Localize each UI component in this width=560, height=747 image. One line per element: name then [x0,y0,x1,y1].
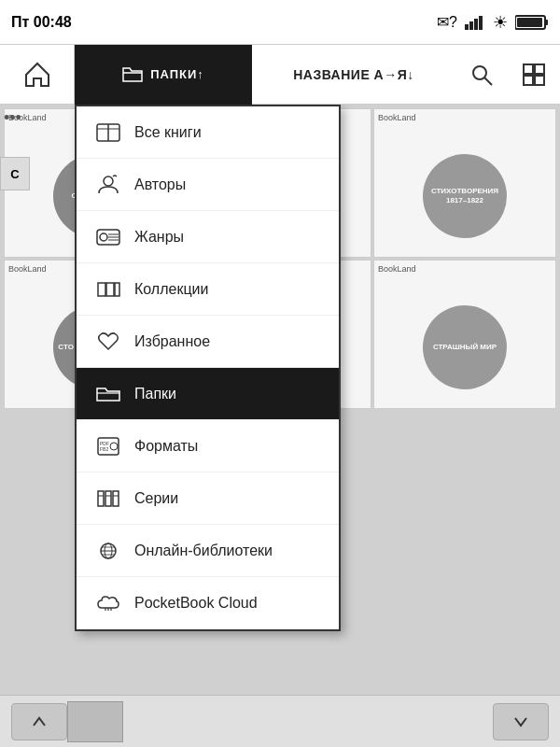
prev-button[interactable] [11,703,67,740]
bottom-bar [0,695,560,747]
menu-item-online-libraries[interactable]: Онлайн-библиотеки [77,525,339,577]
brightness-icon: ☀ [493,12,508,33]
menu-item-folders[interactable]: Папки [77,368,339,420]
more-options-button[interactable]: ••• [4,108,21,128]
search-icon [469,63,494,87]
books-icon [95,122,121,143]
signal-icon [465,15,485,30]
genres-icon [95,227,121,247]
menu-item-formats[interactable]: PDF FB2 Форматы [77,420,339,472]
menu-item-favorites-label: Избранное [134,333,210,350]
home-icon [22,60,52,90]
series-icon [95,488,121,509]
folder-open-icon [122,64,143,85]
svg-rect-3 [479,16,483,30]
menu-item-folders-label: Папки [134,386,176,402]
formats-icon: PDF FB2 [95,436,121,457]
menu-item-authors[interactable]: Авторы [77,159,339,211]
svg-point-26 [110,443,118,450]
svg-rect-27 [98,491,104,506]
home-button[interactable] [0,45,75,105]
menu-item-pocketbook-cloud-label: PocketBook Cloud [134,595,258,612]
menu-item-collections-label: Коллекции [134,281,208,298]
sort-label: НАЗВАНИЕ А→Я↓ [293,67,414,82]
menu-item-series[interactable]: Серии [77,472,339,525]
cloud-icon [95,593,121,613]
toolbar: ПАПКИ↑ НАЗВАНИЕ А→Я↓ [0,45,560,105]
svg-rect-1 [469,21,473,30]
author-icon [95,175,121,195]
svg-rect-29 [113,491,119,506]
globe-icon [95,541,121,561]
menu-item-formats-label: Форматы [134,438,198,455]
collections-icon [95,279,121,300]
menu-item-favorites[interactable]: Избранное [77,316,339,368]
menu-item-authors-label: Авторы [134,176,186,193]
svg-rect-22 [115,283,119,296]
status-icons: ✉? ☀ [437,12,549,33]
folders-label: ПАПКИ↑ [150,67,204,81]
folders-button[interactable]: ПАПКИ↑ [75,45,252,105]
svg-rect-10 [535,64,544,74]
svg-rect-6 [517,18,542,27]
chevron-up-icon [30,712,49,731]
grid-view-button[interactable] [508,45,560,105]
svg-rect-0 [465,24,469,30]
heart-icon [95,331,121,352]
menu-item-all-books-label: Все книги [134,124,202,141]
menu-item-collections[interactable]: Коллекции [77,263,339,316]
sort-button[interactable]: НАЗВАНИЕ А→Я↓ [252,67,455,82]
chevron-down-icon [511,712,530,731]
grid-icon [522,63,546,87]
svg-rect-11 [524,76,533,85]
menu-item-genres[interactable]: Жанры [77,211,339,263]
svg-point-17 [104,176,113,186]
svg-rect-20 [98,283,105,296]
menu-item-all-books[interactable]: Все книги [77,106,339,159]
svg-rect-2 [474,19,478,30]
folder-icon [95,384,121,404]
battery-icon [515,14,549,31]
menu-item-series-label: Серии [134,490,178,507]
svg-line-8 [484,78,492,85]
svg-rect-28 [105,491,111,506]
book-card[interactable]: BookLand СТРАШНЫЙ МИР [373,260,556,409]
book-thumbnail [67,701,123,742]
svg-text:FB2: FB2 [100,446,108,452]
svg-rect-5 [545,20,548,25]
next-button[interactable] [493,703,549,740]
search-button[interactable] [455,45,508,105]
svg-rect-12 [535,76,544,85]
menu-item-genres-label: Жанры [134,229,184,246]
svg-rect-9 [524,64,533,74]
status-time: Пт 00:48 [11,14,72,31]
svg-point-19 [100,233,107,241]
svg-point-7 [473,66,486,79]
status-bar: Пт 00:48 ✉? ☀ [0,0,560,45]
menu-item-online-libraries-label: Онлайн-библиотеки [134,543,273,559]
book-card[interactable]: BookLand СТИХОТВОРЕНИЯ 1817–1822 [373,108,556,258]
dropdown-menu: Все книги Авторы Жанры [75,105,341,631]
menu-item-pocketbook-cloud[interactable]: PocketBook Cloud [77,577,339,629]
email-icon: ✉? [437,13,457,31]
svg-rect-21 [106,283,114,296]
c-badge: С [0,157,30,190]
main-content: BookLand СТИХОТВО... ТВОРЕНИЯ BookLand С… [0,105,560,695]
